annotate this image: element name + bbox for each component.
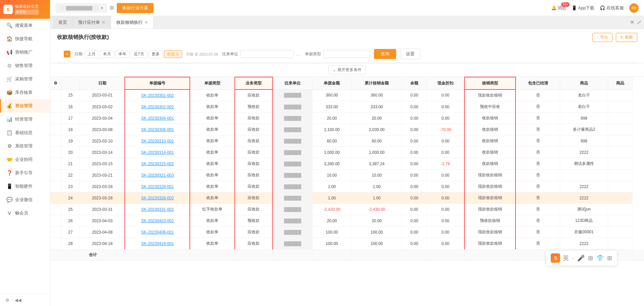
sidebar-item-member[interactable]: V 畅会员 — [0, 206, 50, 220]
cell-doc-no[interactable]: SK-20230403-002 — [125, 215, 190, 227]
sidebar-settings-icon[interactable]: ⚙ — [5, 298, 9, 303]
sidebar-item-wechat[interactable]: 💬 企业微信 — [0, 193, 50, 206]
cell-product2 — [608, 238, 632, 249]
settings-button[interactable]: 设置 — [400, 49, 420, 59]
cell-balance: 0.00 — [402, 89, 427, 101]
sidebar-item-finance[interactable]: 💰 资金管理 — [0, 99, 50, 113]
cell-include-settled: 否 — [516, 124, 560, 135]
cell-partner: ██████ — [273, 181, 312, 192]
topbar-messages[interactable]: 🔔 消息 99+ — [551, 5, 567, 11]
filter-expand-button[interactable]: » — [64, 51, 70, 57]
expand-more-button[interactable]: ⌄ 展开更多条件 — [328, 65, 366, 74]
sidebar-item-hardware[interactable]: 📱 智能硬件 — [0, 180, 50, 193]
tab-home[interactable]: 首页 — [53, 16, 73, 28]
cell-no: 26 — [61, 215, 80, 227]
cell-doc-no[interactable]: SK-20230418-001 — [125, 238, 190, 249]
cell-product2 — [608, 124, 632, 135]
cell-date: 2023-03-01 — [80, 89, 125, 101]
sidebar-logo: 6 畅康道好生意 标准版 — [0, 0, 50, 19]
sidebar-item-basic[interactable]: 📋 基础信息 — [0, 126, 50, 139]
query-button[interactable]: 查询 — [374, 49, 396, 59]
watermark-grid-icon: ⊞ — [588, 254, 593, 262]
topbar-selector[interactable]: ██████████ ▾ — [56, 4, 107, 12]
watermark-apps-icon: ⊞ — [607, 254, 612, 262]
cell-balance: 0.00 — [402, 113, 427, 124]
finance-icon: 💰 — [6, 103, 12, 109]
tab-close-all-button[interactable]: ✕ — [630, 19, 634, 25]
user-avatar[interactable]: Rit — [629, 3, 639, 13]
sidebar-item-enterprise[interactable]: 🤝 企业协同 — [0, 153, 50, 166]
partner-label: 往来单位 — [222, 51, 238, 57]
sidebar-item-quicknav[interactable]: 🏠 快捷导航 — [0, 32, 50, 46]
cell-checkbox — [50, 192, 61, 204]
cell-biz-type: 应收款 — [235, 147, 273, 158]
date-more[interactable]: 更多 — [149, 50, 163, 58]
table-row: 162023-03-02SK-20230302-002收款单预收款██████3… — [50, 101, 644, 113]
tab-collection[interactable]: 收款核销执行 ✕ — [111, 16, 154, 28]
page-header-actions: ↑ 导出 ↻ 刷新 — [592, 33, 637, 42]
table-row: 242023-03-28SK-20230328-002收款单应收款██████1… — [50, 192, 644, 204]
cell-cash-discount: 0.00 — [427, 101, 465, 113]
date-7days[interactable]: 近7天 — [131, 50, 147, 58]
cell-doc-no[interactable]: SK-20230314-001 — [125, 147, 190, 158]
cell-writeoff-type: 现款收款核销 — [465, 204, 516, 215]
cell-total-writeoff: 100.00 — [352, 227, 402, 238]
cell-doc-no[interactable]: SK-20230310-001 — [125, 135, 190, 147]
cell-include-settled: 否 — [516, 158, 560, 170]
topbar-solution-button[interactable]: 体验行业方案 — [117, 3, 154, 13]
cell-total-writeoff: 1,000.00 — [352, 147, 402, 158]
refresh-button[interactable]: ↻ 刷新 — [616, 33, 637, 42]
topbar-service[interactable]: 🎧 在线客服 — [600, 5, 624, 11]
cell-cash-discount: 0.00 — [427, 204, 465, 215]
cell-include-settled: 否 — [516, 135, 560, 147]
cell-doc-no[interactable]: SK-20230315-002 — [125, 158, 190, 170]
date-last-month[interactable]: 上月 — [85, 50, 99, 58]
tab-collection-close[interactable]: ✕ — [145, 20, 148, 25]
cell-amount: 10.00 — [312, 170, 352, 181]
filter-doctype-group: 单据类型 收款单 红字收款单 — [305, 50, 370, 58]
partner-input[interactable] — [240, 50, 294, 58]
messages-badge: 99+ — [561, 2, 570, 7]
cell-doc-no[interactable]: SK-20230408-001 — [125, 227, 190, 238]
topbar-app-download[interactable]: 📱 App下载 — [572, 5, 594, 11]
cell-include-settled: 否 — [516, 204, 560, 215]
total-cell — [190, 249, 234, 261]
sidebar-item-operation[interactable]: 📊 经营管理 — [0, 113, 50, 126]
partner-dots[interactable]: … — [296, 52, 301, 57]
doctype-select[interactable]: 收款单 红字收款单 — [323, 50, 370, 58]
sidebar-item-guide[interactable]: ❓ 新手引导 — [0, 166, 50, 180]
total-cell — [312, 249, 352, 261]
sidebar-item-purchase[interactable]: 🛒 采购管理 — [0, 72, 50, 86]
date-this-year[interactable]: 本年 — [115, 50, 129, 58]
topbar-gear-icon[interactable]: ⚙ — [109, 5, 114, 11]
cell-doc-no[interactable]: SK-20230328-002 — [125, 192, 190, 204]
sidebar-item-sales[interactable]: ⊙ 销售管理 — [0, 59, 50, 72]
cell-doc-no[interactable]: SK-20230308-001 — [125, 124, 190, 135]
filter-bar: » 日期 上月 本月 本年 近7天 更多 自定义 不限 至 2023-07-26 — [57, 45, 637, 63]
tab-expand-button[interactable]: ⤢ — [637, 19, 641, 25]
sidebar-item-marketing[interactable]: 📢 营销推广 — [0, 46, 50, 59]
cell-checkbox — [50, 89, 61, 101]
sidebar-item-inventory[interactable]: 📦 库存核算 — [0, 86, 50, 99]
cell-doc-no[interactable]: SK-20230304-001 — [125, 113, 190, 124]
cell-writeoff-type: 收款核销 — [465, 124, 516, 135]
cell-doc-no[interactable]: SK-20230301-002 — [125, 89, 190, 101]
cell-date: 2023-03-04 — [80, 113, 125, 124]
date-custom[interactable]: 自定义 — [164, 50, 182, 58]
table-row: 152023-03-01SK-20230301-002收款单应收款██████3… — [50, 89, 644, 101]
tab-preapply-close[interactable]: ✕ — [102, 20, 105, 25]
col-settings[interactable]: ⚙ — [50, 77, 61, 89]
cell-doc-type: 收款单 — [190, 101, 234, 113]
cell-doc-no[interactable]: SK-20230302-002 — [125, 101, 190, 113]
sidebar-collapse-icon[interactable]: ◀◀ — [15, 298, 21, 303]
sidebar-item-label: 资金管理 — [15, 103, 33, 109]
tab-preapply[interactable]: 预计应付单 ✕ — [73, 16, 111, 28]
cell-doc-no[interactable]: SK-20230328-001 — [125, 181, 190, 192]
cell-product: 多计量商品2 — [560, 124, 608, 135]
cell-doc-no[interactable]: SK-20230331-002 — [125, 204, 190, 215]
sidebar-item-system[interactable]: ⚙ 系统管理 — [0, 139, 50, 153]
cell-doc-no[interactable]: SK-20230321-003 — [125, 170, 190, 181]
export-button[interactable]: ↑ 导出 — [592, 33, 612, 42]
sidebar-item-search[interactable]: 🔍 搜索菜单 — [0, 19, 50, 32]
date-this-month[interactable]: 本月 — [100, 50, 114, 58]
